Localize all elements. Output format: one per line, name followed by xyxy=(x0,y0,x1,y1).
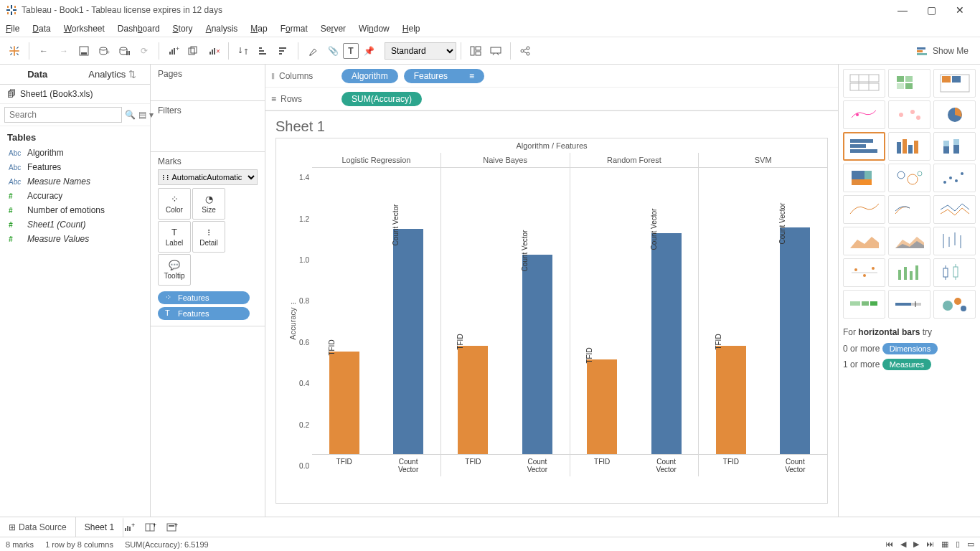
sheet-title[interactable]: Sheet 1 xyxy=(275,118,828,135)
tab-sheet1[interactable]: Sheet 1 xyxy=(76,517,123,537)
pin-button[interactable]: 📌 xyxy=(359,41,379,61)
rows-shelf[interactable]: ≡Rows SUM(Accuracy) xyxy=(265,88,838,110)
showme-chart-type-17[interactable] xyxy=(933,227,976,255)
showme-chart-type-1[interactable] xyxy=(888,69,930,98)
menu-analysis[interactable]: Analysis xyxy=(206,24,238,34)
showme-chart-type-19[interactable] xyxy=(888,258,930,287)
marks-pill-color-features[interactable]: ⁘Features xyxy=(158,291,250,304)
undo-button[interactable]: ← xyxy=(34,41,54,61)
field-measure-names[interactable]: AbcMeasure Names xyxy=(0,174,150,189)
field-features[interactable]: AbcFeatures xyxy=(0,160,150,174)
new-dashboard-tab-button[interactable]: + xyxy=(145,522,166,532)
pause-updates-button[interactable] xyxy=(114,41,134,61)
showme-chart-type-21[interactable] xyxy=(843,290,885,319)
new-story-tab-button[interactable]: + xyxy=(166,522,188,532)
bar[interactable]: Count Vector xyxy=(651,233,682,454)
col-pill-features[interactable]: Features≡ xyxy=(404,69,484,83)
mark-label-button[interactable]: TLabel xyxy=(158,221,191,253)
showme-chart-type-8[interactable] xyxy=(933,132,976,161)
field-sheet-count[interactable]: #Sheet1 (Count) xyxy=(0,217,150,232)
menu-data[interactable]: Data xyxy=(32,24,50,34)
menu-server[interactable]: Server xyxy=(321,24,346,34)
row-pill-sum-accuracy[interactable]: SUM(Accuracy) xyxy=(341,92,422,106)
showme-button[interactable]: Show Me xyxy=(917,46,976,56)
showme-chart-type-23[interactable] xyxy=(933,290,976,319)
tableau-home-icon[interactable] xyxy=(4,41,24,61)
showme-chart-type-3[interactable] xyxy=(843,100,885,129)
window-maximize-button[interactable]: ▢ xyxy=(917,4,946,16)
new-worksheet-button[interactable]: + xyxy=(164,41,184,61)
marks-pill-label-features[interactable]: TFeatures xyxy=(158,307,250,320)
view-list-icon[interactable]: ▤ xyxy=(138,110,146,120)
mark-size-button[interactable]: ◔Size xyxy=(192,188,225,220)
menu-window[interactable]: Window xyxy=(359,24,390,34)
field-algorithm[interactable]: AbcAlgorithm xyxy=(0,146,150,160)
nav-prev-icon[interactable]: ◀ xyxy=(900,540,906,549)
menu-map[interactable]: Map xyxy=(250,24,267,34)
new-datasource-button[interactable]: + xyxy=(94,41,114,61)
tab-data-source[interactable]: ⊞Data Source xyxy=(0,517,76,537)
showme-chart-type-13[interactable] xyxy=(888,195,930,224)
showme-chart-type-16[interactable] xyxy=(888,227,930,255)
menu-format[interactable]: Format xyxy=(281,24,308,34)
share-button[interactable] xyxy=(515,41,535,61)
tab-analytics[interactable]: Analytics ⇅ xyxy=(75,65,151,84)
mark-tooltip-button[interactable]: 💬Tooltip xyxy=(158,254,191,286)
showme-chart-type-20[interactable] xyxy=(933,258,976,287)
nav-last-icon[interactable]: ⏭ xyxy=(926,540,934,549)
showme-chart-type-15[interactable] xyxy=(843,227,885,255)
redo-button[interactable]: → xyxy=(54,41,74,61)
showme-chart-type-5[interactable] xyxy=(933,100,976,129)
sort-asc-button[interactable] xyxy=(253,41,273,61)
mark-type-dropdown[interactable]: ⫶⫶ AutomaticAutomatic xyxy=(158,169,258,185)
view-filmstrip-icon[interactable]: ▭ xyxy=(967,540,974,549)
bar[interactable]: TFID xyxy=(587,359,617,454)
menu-dashboard[interactable]: Dashboard xyxy=(118,24,160,34)
columns-shelf[interactable]: ⦀Columns Algorithm Features≡ xyxy=(265,65,838,88)
mark-detail-button[interactable]: ⫶Detail xyxy=(192,221,225,253)
bar[interactable]: TFID xyxy=(716,346,746,454)
showme-chart-type-14[interactable] xyxy=(933,195,976,224)
bar[interactable]: TFID xyxy=(458,346,488,454)
nav-first-icon[interactable]: ⏮ xyxy=(885,540,893,549)
highlight-button[interactable] xyxy=(303,41,323,61)
menu-story[interactable]: Story xyxy=(173,24,193,34)
col-pill-algorithm[interactable]: Algorithm xyxy=(341,69,398,83)
field-number-of-emotions[interactable]: #Number of emotions xyxy=(0,203,150,217)
bar[interactable]: TFID xyxy=(329,352,359,454)
fit-dropdown[interactable]: Standard xyxy=(385,42,456,60)
showme-chart-type-4[interactable] xyxy=(888,100,930,129)
duplicate-sheet-button[interactable] xyxy=(184,41,204,61)
refresh-button[interactable]: ⟳ xyxy=(134,41,154,61)
showme-chart-type-7[interactable] xyxy=(888,132,930,161)
clear-sheet-button[interactable]: × xyxy=(204,41,224,61)
datasource-row[interactable]: 🗐 Sheet1 (Book3.xls) xyxy=(0,85,150,103)
showme-chart-type-22[interactable] xyxy=(888,290,930,319)
showme-chart-type-0[interactable] xyxy=(843,69,885,98)
mark-color-button[interactable]: ⁘Color xyxy=(158,188,191,220)
presentation-button[interactable] xyxy=(486,41,506,61)
showme-chart-type-6[interactable] xyxy=(843,132,885,161)
pages-shelf[interactable]: Pages xyxy=(151,65,265,101)
bar[interactable]: Count Vector xyxy=(522,255,552,454)
menu-help[interactable]: Help xyxy=(402,24,420,34)
showme-chart-type-10[interactable] xyxy=(888,164,930,192)
new-worksheet-tab-button[interactable]: + xyxy=(123,522,145,532)
labels-button[interactable]: T xyxy=(343,43,359,59)
showme-chart-type-18[interactable] xyxy=(843,258,885,287)
field-accuracy[interactable]: #Accuracy xyxy=(0,189,150,203)
group-button[interactable]: 📎 xyxy=(323,41,343,61)
tab-data[interactable]: Data xyxy=(0,65,75,84)
menu-worksheet[interactable]: Worksheet xyxy=(64,24,105,34)
show-cards-button[interactable] xyxy=(466,41,486,61)
bar[interactable]: Count Vector xyxy=(393,229,423,454)
field-measure-values[interactable]: #Measure Values xyxy=(0,232,150,246)
showme-chart-type-2[interactable] xyxy=(933,69,976,98)
search-input[interactable] xyxy=(4,107,122,123)
window-close-button[interactable]: ✕ xyxy=(946,4,974,16)
showme-chart-type-9[interactable] xyxy=(843,164,885,192)
showme-chart-type-12[interactable] xyxy=(843,195,885,224)
sort-desc-button[interactable] xyxy=(273,41,293,61)
filters-shelf[interactable]: Filters xyxy=(151,101,265,152)
nav-next-icon[interactable]: ▶ xyxy=(913,540,919,549)
